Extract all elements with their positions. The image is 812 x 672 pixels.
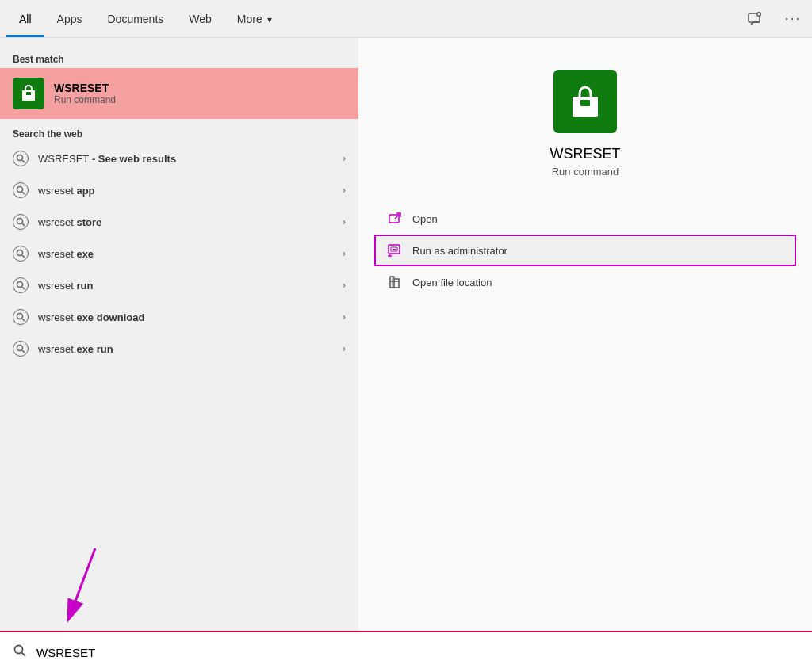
wsreset-app-icon xyxy=(13,78,44,109)
app-title: WSRESET xyxy=(550,146,620,162)
app-subtitle: Run command xyxy=(552,166,619,178)
svg-line-23 xyxy=(395,213,400,219)
chevron-right-icon: › xyxy=(343,311,346,323)
list-item[interactable]: WSRESET - See web results › xyxy=(0,143,358,174)
app-detail: WSRESET Run command xyxy=(374,54,796,197)
shield-icon xyxy=(387,242,403,258)
svg-point-14 xyxy=(17,282,23,288)
chevron-right-icon: › xyxy=(343,185,346,196)
open-icon xyxy=(387,211,403,227)
nav-tabs: All Apps Documents Web More ··· xyxy=(0,0,812,38)
app-large-icon xyxy=(553,70,617,133)
more-options-icon[interactable]: ··· xyxy=(780,6,806,32)
search-icon xyxy=(13,151,29,166)
open-file-location-label: Open file location xyxy=(412,277,492,288)
open-action[interactable]: Open xyxy=(374,203,796,235)
right-panel: WSRESET Run command Open xyxy=(358,38,812,631)
left-panel: Best match WSRESET Run command Search th… xyxy=(0,38,358,631)
search-bar xyxy=(0,631,812,672)
svg-line-19 xyxy=(22,350,25,353)
svg-line-7 xyxy=(22,160,25,162)
open-file-location-action[interactable]: Open file location xyxy=(374,266,796,298)
chevron-down-icon xyxy=(266,13,272,25)
svg-point-18 xyxy=(17,346,23,351)
svg-line-11 xyxy=(22,223,25,226)
svg-point-8 xyxy=(17,187,23,193)
list-item[interactable]: wsreset.exe run › xyxy=(0,333,358,365)
list-item[interactable]: wsreset run › xyxy=(0,269,358,301)
run-as-admin-label: Run as administrator xyxy=(412,245,508,257)
chevron-right-icon: › xyxy=(343,153,346,164)
best-match-subtitle: Run command xyxy=(54,94,116,105)
svg-point-16 xyxy=(17,314,23,319)
svg-line-9 xyxy=(22,192,25,194)
svg-rect-21 xyxy=(580,100,590,106)
run-as-admin-action[interactable]: Run as administrator xyxy=(374,235,796,266)
tab-more[interactable]: More xyxy=(224,0,285,37)
folder-icon xyxy=(387,274,403,290)
chevron-right-icon: › xyxy=(343,343,346,354)
list-item[interactable]: wsreset exe › xyxy=(0,238,358,269)
search-icon xyxy=(13,182,29,198)
tab-web[interactable]: Web xyxy=(176,0,224,37)
search-icon xyxy=(13,214,29,230)
chevron-right-icon: › xyxy=(343,248,346,259)
nav-right: ··· xyxy=(742,6,806,32)
open-label: Open xyxy=(412,213,438,225)
svg-line-13 xyxy=(22,255,25,258)
search-icon xyxy=(13,277,29,293)
chevron-right-icon: › xyxy=(343,280,346,291)
svg-point-6 xyxy=(17,155,23,161)
search-web-label: Search the web xyxy=(0,119,358,143)
main-content: Best match WSRESET Run command Search th… xyxy=(0,38,812,631)
best-match-item[interactable]: WSRESET Run command xyxy=(0,68,358,119)
svg-point-10 xyxy=(17,219,23,224)
search-input[interactable] xyxy=(36,646,799,659)
search-icon xyxy=(13,341,29,357)
best-match-title: WSRESET xyxy=(54,82,116,94)
search-icon xyxy=(13,309,29,325)
svg-rect-20 xyxy=(573,97,598,117)
tab-all[interactable]: All xyxy=(6,0,44,37)
svg-point-12 xyxy=(17,250,23,256)
search-bar-icon xyxy=(13,643,27,661)
list-item[interactable]: wsreset.exe download › xyxy=(0,301,358,333)
tab-documents[interactable]: Documents xyxy=(94,0,176,37)
feedback-icon[interactable] xyxy=(742,6,768,32)
svg-line-17 xyxy=(22,319,25,321)
list-item[interactable]: wsreset app › xyxy=(0,174,358,206)
tab-apps[interactable]: Apps xyxy=(44,0,95,37)
svg-point-30 xyxy=(15,646,23,654)
list-item[interactable]: wsreset store › xyxy=(0,206,358,238)
best-match-label: Best match xyxy=(0,48,358,68)
svg-rect-4 xyxy=(22,90,35,101)
action-list: Open Run as administrator xyxy=(374,203,796,298)
svg-line-31 xyxy=(22,653,26,657)
chevron-right-icon: › xyxy=(343,216,346,227)
svg-rect-5 xyxy=(26,92,31,95)
search-icon xyxy=(13,246,29,262)
svg-line-15 xyxy=(22,287,25,289)
